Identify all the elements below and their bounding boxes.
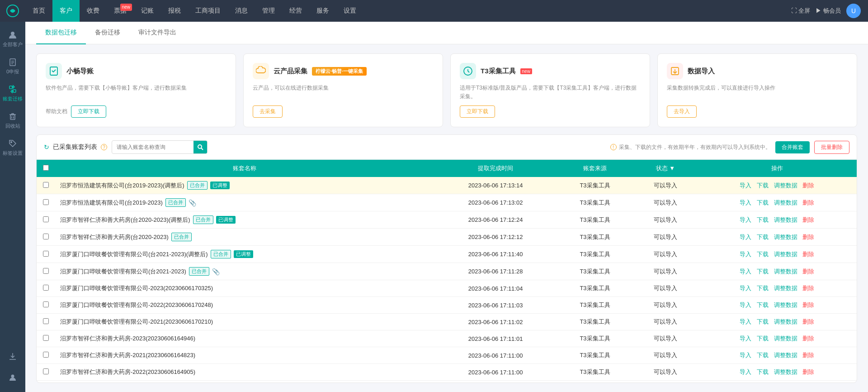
file-icon[interactable]: 📎 — [189, 199, 196, 206]
nav-item-home[interactable]: 首页 — [25, 0, 52, 22]
tab-audit-export[interactable]: 审计文件导出 — [129, 22, 185, 44]
action-import[interactable]: 导入 — [740, 182, 751, 189]
refresh-icon[interactable]: ↻ — [44, 143, 49, 151]
action-delete[interactable]: 删除 — [802, 368, 814, 375]
action-delete[interactable]: 删除 — [802, 285, 814, 292]
action-adjust[interactable]: 调整数据 — [774, 199, 797, 206]
action-delete[interactable]: 删除 — [802, 199, 814, 206]
file-icon[interactable]: 📎 — [212, 268, 220, 275]
action-adjust[interactable]: 调整数据 — [774, 234, 797, 240]
action-import[interactable]: 导入 — [740, 199, 751, 206]
nav-item-bookkeep[interactable]: 记账 — [134, 0, 161, 22]
merge-btn[interactable]: 合并账套 — [775, 141, 810, 153]
action-download[interactable]: 下载 — [757, 285, 769, 292]
row-checkbox[interactable] — [43, 182, 49, 188]
action-adjust[interactable]: 调整数据 — [774, 216, 797, 223]
fullscreen-btn[interactable]: ⛶ 全屏 — [791, 7, 811, 15]
action-adjust[interactable]: 调整数据 — [774, 251, 797, 258]
card-btn-download-3[interactable]: 立即下载 — [460, 105, 495, 118]
nav-item-manage[interactable]: 管理 — [255, 0, 282, 22]
action-import[interactable]: 导入 — [740, 268, 751, 275]
sidebar-item-tag-settings[interactable]: 标签设置 — [0, 134, 25, 161]
action-adjust[interactable]: 调整数据 — [774, 285, 797, 292]
action-adjust[interactable]: 调整数据 — [774, 268, 797, 275]
nav-item-fee[interactable]: 收费 — [80, 0, 107, 22]
row-checkbox[interactable] — [43, 352, 49, 358]
action-download[interactable]: 下载 — [757, 268, 769, 275]
nav-item-service[interactable]: 服务 — [309, 0, 336, 22]
action-download[interactable]: 下载 — [757, 318, 769, 325]
action-delete[interactable]: 删除 — [802, 182, 814, 189]
nav-item-tax[interactable]: 报税 — [161, 0, 188, 22]
select-all-checkbox[interactable] — [43, 165, 49, 171]
action-import[interactable]: 导入 — [740, 234, 751, 240]
row-checkbox[interactable] — [43, 368, 49, 374]
nav-item-bizproject[interactable]: 工商项目 — [188, 0, 228, 22]
sidebar-item-trash[interactable]: 回收站 — [0, 107, 25, 134]
card-btn-collect-2[interactable]: 去采集 — [253, 105, 283, 118]
nav-item-message[interactable]: 消息 — [228, 0, 255, 22]
action-download[interactable]: 下载 — [757, 335, 769, 342]
logo[interactable] — [0, 0, 25, 22]
sidebar-item-download[interactable] — [0, 347, 25, 366]
action-download[interactable]: 下载 — [757, 368, 769, 375]
avatar[interactable]: U — [846, 4, 861, 18]
action-import[interactable]: 导入 — [740, 301, 751, 308]
search-button[interactable] — [193, 140, 207, 154]
action-delete[interactable]: 删除 — [802, 352, 814, 359]
action-delete[interactable]: 删除 — [802, 234, 814, 240]
row-checkbox[interactable] — [43, 234, 49, 239]
card-link-1[interactable]: 帮助文档 — [46, 108, 67, 115]
nav-item-settings[interactable]: 设置 — [336, 0, 363, 22]
action-adjust[interactable]: 调整数据 — [774, 368, 797, 375]
action-download[interactable]: 下载 — [757, 251, 769, 258]
search-input[interactable] — [112, 144, 193, 150]
action-import[interactable]: 导入 — [740, 285, 751, 292]
row-checkbox[interactable] — [43, 216, 49, 222]
row-checkbox[interactable] — [43, 301, 49, 307]
sidebar-item-migrate[interactable]: 账套迁移 — [0, 80, 25, 107]
action-delete[interactable]: 删除 — [802, 268, 814, 275]
row-checkbox[interactable] — [43, 335, 49, 341]
sidebar-item-user[interactable] — [0, 368, 25, 387]
membership-btn[interactable]: ▶ 畅会员 — [816, 7, 841, 15]
sidebar-item-zero-report[interactable]: 0申报 — [0, 53, 25, 80]
action-import[interactable]: 导入 — [740, 368, 751, 375]
row-checkbox[interactable] — [43, 318, 49, 324]
tab-backup-migrate[interactable]: 备份迁移 — [86, 22, 129, 44]
action-delete[interactable]: 删除 — [802, 301, 814, 308]
action-import[interactable]: 导入 — [740, 216, 751, 223]
nav-item-operate[interactable]: 经营 — [282, 0, 309, 22]
nav-item-invoice[interactable]: 票据new — [107, 0, 134, 22]
action-download[interactable]: 下载 — [757, 234, 769, 240]
card-btn-download-1[interactable]: 立即下载 — [71, 105, 106, 118]
action-delete[interactable]: 删除 — [802, 216, 814, 223]
action-download[interactable]: 下载 — [757, 352, 769, 359]
action-adjust[interactable]: 调整数据 — [774, 335, 797, 342]
action-delete[interactable]: 删除 — [802, 318, 814, 325]
sidebar-item-all-customers[interactable]: 全部客户 — [0, 25, 25, 53]
action-import[interactable]: 导入 — [740, 335, 751, 342]
row-checkbox[interactable] — [43, 268, 49, 274]
card-btn-import-4[interactable]: 去导入 — [667, 105, 697, 118]
action-adjust[interactable]: 调整数据 — [774, 301, 797, 308]
action-download[interactable]: 下载 — [757, 182, 769, 189]
action-download[interactable]: 下载 — [757, 301, 769, 308]
action-adjust[interactable]: 调整数据 — [774, 318, 797, 325]
action-download[interactable]: 下载 — [757, 216, 769, 223]
action-import[interactable]: 导入 — [740, 318, 751, 325]
row-checkbox[interactable] — [43, 199, 49, 205]
action-import[interactable]: 导入 — [740, 352, 751, 359]
action-import[interactable]: 导入 — [740, 251, 751, 258]
action-adjust[interactable]: 调整数据 — [774, 182, 797, 189]
action-download[interactable]: 下载 — [757, 199, 769, 206]
nav-item-customer[interactable]: 客户 — [52, 0, 80, 22]
action-delete[interactable]: 删除 — [802, 251, 814, 258]
row-checkbox[interactable] — [43, 285, 49, 291]
row-checkbox[interactable] — [43, 251, 49, 257]
tab-data-migrate[interactable]: 数据包迁移 — [36, 22, 86, 44]
action-adjust[interactable]: 调整数据 — [774, 352, 797, 359]
action-delete[interactable]: 删除 — [802, 335, 814, 342]
batch-delete-btn[interactable]: 批量删除 — [814, 141, 849, 154]
info-icon[interactable]: ? — [101, 144, 107, 150]
